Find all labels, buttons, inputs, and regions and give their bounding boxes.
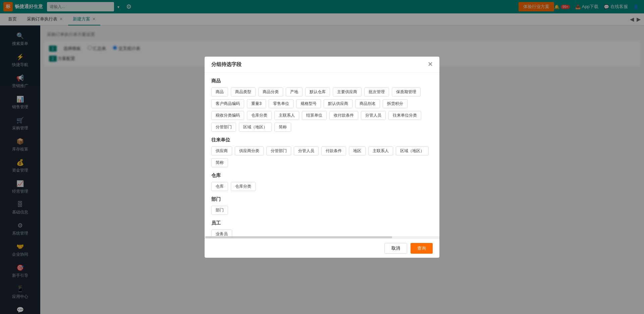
modal-title: 分组待选字段 [211,61,241,68]
field-tag-goods-alias[interactable]: 商品别名 [355,99,380,108]
field-tag-settlement-unit[interactable]: 结算单位 [302,111,327,120]
modal-scroll-thumb [205,236,392,238]
field-tag-dept[interactable]: 部门 [211,206,228,215]
field-tag-region-goods[interactable]: 区域（地区） [239,123,272,132]
field-tag-salesperson[interactable]: 业务员 [211,230,232,236]
section-title-employee: 员工 [211,220,433,226]
field-tag-spec-model[interactable]: 规格型号 [296,99,321,108]
field-tag-short-name-goods[interactable]: 简称 [274,123,291,132]
field-tag-goods-type[interactable]: 商品类型 [231,87,256,97]
field-tag-pay-terms[interactable]: 付款条件 [321,146,346,155]
field-tag-main-contact-contacts[interactable]: 主联系人 [368,146,393,155]
field-tag-region-contacts[interactable]: 区域（地区） [396,146,429,155]
field-tag-tax-code[interactable]: 税收分类编码 [211,111,244,120]
field-tag-origin[interactable]: 产地 [286,87,303,97]
cancel-button[interactable]: 取消 [384,243,407,254]
field-tag-dept-contacts[interactable]: 分管部门 [266,146,291,155]
field-tag-goods[interactable]: 商品 [211,87,228,97]
field-tag-supervisor-contacts[interactable]: 分管人员 [294,146,319,155]
field-tag-customer-code[interactable]: 客户商品编码 [211,99,244,108]
section-title-goods: 商品 [211,78,433,84]
field-tag-contact-category[interactable]: 往来单位分类 [388,111,421,120]
field-tag-main-supplier[interactable]: 主要供应商 [333,87,362,97]
field-tag-main-contact[interactable]: 主联系人 [274,111,299,120]
field-select-modal: 分组待选字段 ✕ 商品 商品 商品类型 商品分类 产地 默认仓库 主要供应商 批… [205,57,439,258]
field-tag-batch-mgmt[interactable]: 批次管理 [364,87,389,97]
field-tag-disassemble-points[interactable]: 拆货积分 [383,99,408,108]
field-tag-shelf-life[interactable]: 保质期管理 [392,87,421,97]
modal-body: 商品 商品 商品类型 商品分类 产地 默认仓库 主要供应商 批次管理 保质期管理… [205,73,439,236]
section-employee-tags: 业务员 [211,230,433,236]
field-tag-default-supplier[interactable]: 默认供应商 [324,99,353,108]
modal-overlay: 分组待选字段 ✕ 商品 商品 商品类型 商品分类 产地 默认仓库 主要供应商 批… [0,0,644,314]
field-tag-supplier-category[interactable]: 供应商分类 [235,146,264,155]
modal-header: 分组待选字段 ✕ [205,57,439,73]
section-warehouse-tags: 仓库 仓库分类 [211,182,433,191]
field-tag-payment-terms[interactable]: 收付款条件 [329,111,358,120]
field-tag-region[interactable]: 地区 [349,146,366,155]
field-tag-warehouse-category[interactable]: 仓库分类 [247,111,272,120]
section-contacts-tags: 供应商 供应商分类 分管部门 分管人员 付款条件 地区 主联系人 区域（地区） … [211,146,433,167]
modal-footer: 取消 查询 [205,239,439,258]
field-tag-supervisor-goods[interactable]: 分管人员 [361,111,386,120]
section-title-warehouse: 仓库 [211,173,433,179]
field-tag-retail-unit[interactable]: 零售单位 [269,99,293,108]
section-title-contacts: 往来单位 [211,137,433,143]
field-tag-default-warehouse[interactable]: 默认仓库 [305,87,330,97]
field-tag-dept-goods[interactable]: 分管部门 [211,123,236,132]
field-tag-supplier[interactable]: 供应商 [211,146,232,155]
section-dept-tags: 部门 [211,206,433,215]
modal-close-btn[interactable]: ✕ [428,61,433,67]
field-tag-warehouse-class[interactable]: 仓库分类 [231,182,256,191]
field-tag-weight[interactable]: 重量3 [247,99,266,108]
section-goods-tags: 商品 商品类型 商品分类 产地 默认仓库 主要供应商 批次管理 保质期管理 客户… [211,87,433,132]
section-title-dept: 部门 [211,196,433,202]
field-tag-short-name-contacts[interactable]: 简称 [211,158,228,167]
confirm-button[interactable]: 查询 [411,243,433,254]
field-tag-warehouse[interactable]: 仓库 [211,182,228,191]
field-tag-goods-category[interactable]: 商品分类 [258,87,283,97]
